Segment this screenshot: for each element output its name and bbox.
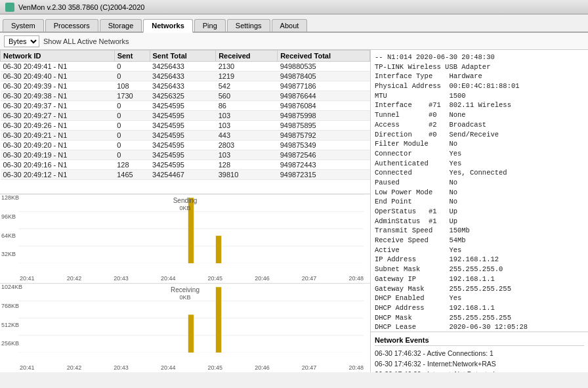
main-content: Network IDSentSent TotalReceivedReceived… <box>0 50 588 372</box>
table-cell: 108 <box>114 81 150 91</box>
table-cell: 06-30 20:49:38 - N1 <box>1 91 115 101</box>
x-label: 20:42 <box>67 364 82 371</box>
table-cell: 949877186 <box>278 81 370 91</box>
tab-ping[interactable]: Ping <box>194 19 226 32</box>
x-label: 20:44 <box>161 275 176 282</box>
events-panel[interactable]: Network Events 06-30 17:46:32 - Active C… <box>371 332 588 372</box>
table-row[interactable]: 06-30 20:49:12 - N1146534254467398109498… <box>1 170 370 180</box>
table-cell: 06-30 20:49:37 - N1 <box>1 101 115 111</box>
table-cell: 949875998 <box>278 111 370 121</box>
table-cell: 06-30 20:49:16 - N1 <box>1 160 115 170</box>
table-cell: 949876084 <box>278 101 370 111</box>
unit-select[interactable]: BytesKBMB <box>4 35 39 47</box>
table-cell: 06-30 20:49:21 - N1 <box>1 131 115 140</box>
sending-label: Sending0KB <box>173 197 198 211</box>
table-cell: 128 <box>216 160 278 170</box>
receiving-y-axis: 1024KB 768KB 512KB 256KB <box>1 284 22 359</box>
table-cell: 0 <box>114 101 150 111</box>
tab-storage[interactable]: Storage <box>100 19 142 32</box>
sending-y-axis: 128KB 96KB 64KB 32KB <box>1 194 19 270</box>
tab-system[interactable]: System <box>3 19 44 32</box>
info-panel[interactable]: -- N1:014 2020-06-30 20:48:30 TP-LINK Wi… <box>371 50 588 332</box>
table-cell: 560 <box>216 91 278 101</box>
table-cell: 949872315 <box>278 170 370 180</box>
table-cell: 0 <box>114 121 150 131</box>
events-list: 06-30 17:46:32 - Active Connections: 106… <box>375 348 584 372</box>
x-label: 20:48 <box>348 275 364 282</box>
col-header-network-id: Network ID <box>1 51 115 62</box>
table-row[interactable]: 06-30 20:49:39 - N1108342564335429498771… <box>1 81 370 91</box>
table-row[interactable]: 06-30 20:49:26 - N1034254595103949875895 <box>1 121 370 131</box>
table-cell: 34256433 <box>150 62 216 72</box>
table-cell: 34256325 <box>150 91 216 101</box>
receiving-label: Receiving0KB <box>171 286 200 301</box>
table-cell: 0 <box>114 72 150 81</box>
receiving-chart: 1024KB 768KB 512KB 256KB Receiving0KB 20… <box>0 284 370 372</box>
table-cell: 06-30 20:49:41 - N1 <box>1 62 115 72</box>
sending-chart: 128KB 96KB 64KB 32KB Sending0KB 20:4120:… <box>0 194 370 284</box>
table-row[interactable]: 06-30 20:49:20 - N1034254595280394987534… <box>1 140 370 150</box>
tab-bar: SystemProcessorsStorageNetworksPingSetti… <box>0 14 588 33</box>
table-cell: 128 <box>114 160 150 170</box>
table-cell: 06-30 20:49:19 - N1 <box>1 150 115 160</box>
table-cell: 0 <box>114 111 150 121</box>
table-cell: 103 <box>216 150 278 160</box>
col-header-sent: Sent <box>114 51 150 62</box>
table-cell: 0 <box>114 131 150 140</box>
table-cell: 949872546 <box>278 150 370 160</box>
table-cell: 34256433 <box>150 72 216 81</box>
table-cell: 542 <box>216 81 278 91</box>
table-row[interactable]: 06-30 20:49:38 - N1173034256325560949876… <box>1 91 370 101</box>
x-label: 20:48 <box>348 364 364 371</box>
network-table: Network IDSentSent TotalReceivedReceived… <box>0 50 370 180</box>
table-cell: 34254595 <box>150 150 216 160</box>
svg-rect-12 <box>188 314 194 353</box>
right-panel: -- N1:014 2020-06-30 20:48:30 TP-LINK Wi… <box>371 50 588 372</box>
table-cell: 06-30 20:49:12 - N1 <box>1 170 115 180</box>
x-label: 20:45 <box>208 364 223 371</box>
table-cell: 06-30 20:49:40 - N1 <box>1 72 115 81</box>
sending-x-axis: 20:4120:4220:4320:4420:4520:4620:4720:48 <box>20 275 364 282</box>
table-cell: 1465 <box>114 170 150 180</box>
table-row[interactable]: 06-30 20:49:41 - N1034256433213094988053… <box>1 62 370 72</box>
tab-about[interactable]: About <box>272 19 308 32</box>
col-header-received-total: Received Total <box>278 51 370 62</box>
table-cell: 949875349 <box>278 140 370 150</box>
tab-settings[interactable]: Settings <box>227 19 270 32</box>
table-cell: 2803 <box>216 140 278 150</box>
table-cell: 34254595 <box>150 160 216 170</box>
event-item: 06-30 17:46:22 - Internet: Not Detected <box>375 369 584 372</box>
table-cell: 34254595 <box>150 121 216 131</box>
toolbar: BytesKBMBShow ALL Active Networks <box>0 33 588 50</box>
table-cell: 949875895 <box>278 121 370 131</box>
info-text: -- N1:014 2020-06-30 20:48:30 TP-LINK Wi… <box>375 53 584 332</box>
table-row[interactable]: 06-30 20:49:27 - N1034254595103949875998 <box>1 111 370 121</box>
table-scroll[interactable]: Network IDSentSent TotalReceivedReceived… <box>0 50 370 194</box>
x-label: 20:47 <box>302 275 317 282</box>
app-icon <box>5 3 14 12</box>
x-label: 20:42 <box>67 275 82 282</box>
tab-processors[interactable]: Processors <box>45 19 98 32</box>
table-row[interactable]: 06-30 20:49:16 - N1128342545951289498724… <box>1 160 370 170</box>
table-row[interactable]: 06-30 20:49:40 - N1034256433121994987840… <box>1 72 370 81</box>
table-cell: 0 <box>114 62 150 72</box>
table-cell: 86 <box>216 101 278 111</box>
events-header: Network Events <box>375 335 584 346</box>
table-cell: 34254595 <box>150 101 216 111</box>
table-row[interactable]: 06-30 20:49:19 - N1034254595103949872546 <box>1 150 370 160</box>
table-cell: 1730 <box>114 91 150 101</box>
receiving-x-labels: 20:4120:4220:4320:4420:4520:4620:4720:48 <box>20 364 364 371</box>
table-cell: 06-30 20:49:39 - N1 <box>1 81 115 91</box>
table-cell: 949872443 <box>278 160 370 170</box>
x-label: 20:41 <box>20 364 35 371</box>
table-row[interactable]: 06-30 20:49:21 - N1034254595443949875792 <box>1 131 370 140</box>
title-bar: VenMon v.2.30 358.7860 (C)2004-2020 <box>0 0 588 14</box>
col-header-received: Received <box>216 51 278 62</box>
x-label: 20:45 <box>208 275 223 282</box>
table-cell: 34254595 <box>150 111 216 121</box>
x-label: 20:44 <box>161 364 176 371</box>
table-cell: 949876644 <box>278 91 370 101</box>
table-row[interactable]: 06-30 20:49:37 - N103425459586949876084 <box>1 101 370 111</box>
tab-networks[interactable]: Networks <box>143 19 193 33</box>
table-area: Network IDSentSent TotalReceivedReceived… <box>0 50 370 194</box>
